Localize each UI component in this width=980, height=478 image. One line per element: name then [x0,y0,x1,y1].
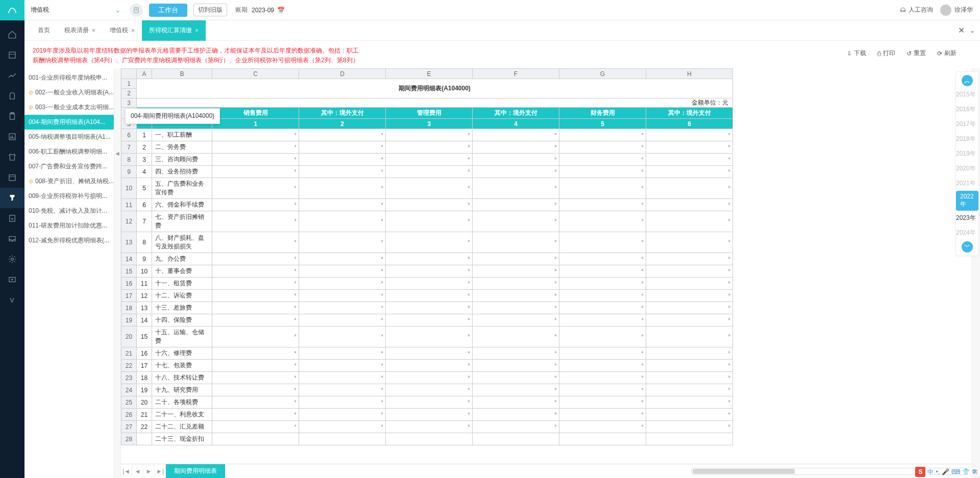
doc-icon-button[interactable] [130,4,143,17]
headset-icon [899,7,906,14]
chevron-down-icon: ⌄ [115,7,120,14]
calendar-icon[interactable]: 📅 [277,7,285,14]
org-name: 增值税 [31,6,49,14]
tab[interactable]: 税表清册× [57,20,103,21]
period-value: 2023-09 [252,7,274,14]
tab[interactable]: 所得税汇算清缴× [142,20,206,21]
avatar [940,5,951,16]
support-text: 人工咨询 [909,6,933,14]
user-menu[interactable]: 徐泽华 [940,5,973,16]
switch-old-button[interactable]: 切到旧版 [193,4,227,16]
app-logo[interactable] [0,0,24,20]
support-link[interactable]: 人工咨询 [899,6,933,14]
workspace-button[interactable]: 工作台 [149,4,187,17]
tab[interactable]: 增值税× [103,20,142,21]
tab[interactable]: 首页 [31,20,57,21]
org-selector[interactable]: 增值税 ⌄ [24,6,127,14]
user-name: 徐泽华 [954,6,973,14]
period-label: 账期 [235,6,248,14]
